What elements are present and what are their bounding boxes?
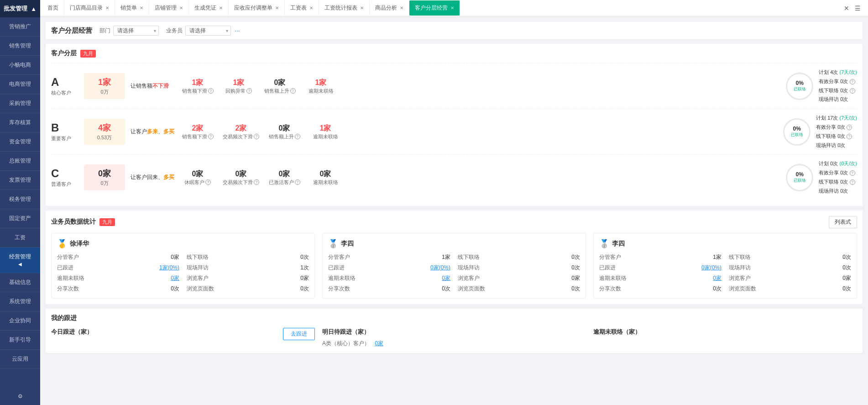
tab-mendianspm[interactable]: 门店商品目录 ✕ — [64, 0, 115, 16]
sales-select[interactable]: 请选择 — [185, 26, 231, 36]
info-icon[interactable]: ? — [208, 88, 214, 94]
info-icon[interactable]: ? — [290, 88, 296, 94]
tier-metrics-b: 2家 销售额下滑 ? 2家 交易频次下滑 ? 0家 销售额上升 ? 1家 逾期未… — [182, 124, 778, 140]
sidebar-item-jingying[interactable]: 经营管理 ◀ — [0, 247, 40, 273]
info-icon[interactable]: ? — [847, 125, 852, 130]
sidebar-item-xiaodian[interactable]: 小畅电商 — [0, 56, 40, 75]
sidebar-item-xiaoshou[interactable]: 销售管理 — [0, 37, 40, 56]
tab-close-icon[interactable]: ✕ — [105, 5, 109, 11]
tab-gongzitongji[interactable]: 工资统计报表 ✕ — [319, 0, 370, 16]
tier-a-count[interactable]: 0家 — [375, 340, 383, 347]
dept-select[interactable]: 请选择 — [113, 26, 159, 36]
sales-name-row-2: 🥈 李四 — [328, 239, 580, 249]
info-icon[interactable]: ? — [254, 179, 259, 185]
sidebar-item-gudingzichan[interactable]: 固定资产 — [0, 209, 40, 228]
followup-section: 我的跟进 今日跟进（家） 去跟进 明日待跟进（家） A类（核心）客户） — [46, 309, 863, 353]
stat-share-2: 分享次数 0次 — [328, 285, 450, 293]
info-icon[interactable]: ? — [208, 134, 214, 139]
info-icon[interactable]: ? — [850, 170, 855, 176]
followup-today-title: 今日跟进（家） — [51, 328, 93, 336]
metric-a-1: 1家 销售额下滑 ? — [182, 78, 214, 95]
sales-stats-3: 分管客户 1家 线下联络 0次 已跟进 0家(0%) 现场拜访 — [599, 253, 851, 293]
sales-section-header: 业务员数据统计 九月 列表式 — [51, 216, 857, 228]
info-icon[interactable]: ? — [246, 88, 252, 94]
info-icon[interactable]: ? — [850, 79, 855, 84]
stat-share-3: 分享次数 0次 — [599, 285, 722, 293]
tab-close-icon[interactable]: ✕ — [179, 5, 183, 11]
tier-metrics-c: 0家 休眠客户 ? 0家 交易频次下滑 ? 0家 已激活客户 ? 0家 逾期未联… — [182, 169, 780, 186]
tab-bar: 首页 门店商品目录 ✕ 销货单 ✕ 店铺管理 ✕ 生成凭证 ✕ 应收应付调整单 … — [40, 0, 868, 16]
sidebar-item-fapiao[interactable]: 发票管理 — [0, 171, 40, 190]
tab-close-all-icon[interactable]: ✕ — [842, 5, 851, 12]
tab-xiaohuo[interactable]: 销货单 ✕ — [115, 0, 149, 16]
stat-linedown-1: 线下联络 0次 — [187, 253, 309, 261]
metric-b-3: 0家 销售额上升 ? — [268, 124, 300, 140]
tab-yingshou[interactable]: 应收应付调整单 ✕ — [229, 0, 285, 16]
sidebar-item-shuiwu[interactable]: 税务管理 — [0, 190, 40, 209]
sidebar-item-zhangzhang[interactable]: 总账管理 — [0, 152, 40, 171]
tier-row-a: A 核心客户 1家 0万 让销售额不下滑 1家 销售额下滑 ? 1家 — [51, 63, 857, 109]
tab-kehu[interactable]: 客户分层经营 ✕ — [409, 0, 460, 16]
more-button[interactable]: ··· — [235, 27, 240, 34]
tier-card-a: 1家 0万 — [84, 73, 125, 99]
sidebar-item-xitong[interactable]: 系统管理 — [0, 292, 40, 311]
sidebar-item-yun[interactable]: 云应用 — [0, 350, 40, 369]
sidebar-gear-icon[interactable]: ⚙ — [0, 388, 40, 405]
tab-dianpu[interactable]: 店铺管理 ✕ — [149, 0, 189, 16]
goto-followup-button[interactable]: 去跟进 — [283, 328, 315, 340]
metric-b-4: 1家 逾期未联络 — [309, 124, 341, 140]
tab-close-icon[interactable]: ✕ — [140, 5, 143, 11]
info-icon[interactable]: ? — [847, 134, 852, 139]
contact-right-a: 计划 4次 (7天/次) 有效分享 0次 ? 线下联络 0次 ? 现场拜访 0次 — [819, 68, 857, 104]
info-icon[interactable]: ? — [295, 179, 300, 185]
tab-home[interactable]: 首页 — [42, 0, 64, 16]
sales-grid: 🥇 徐泽华 分管客户 0家 线下联络 0次 已跟进 — [51, 233, 857, 299]
sidebar-item-gongzi[interactable]: 工资 — [0, 228, 40, 247]
sidebar-item-jichu[interactable]: 基础信息 — [0, 273, 40, 292]
tab-close-icon[interactable]: ✕ — [309, 5, 313, 11]
info-icon[interactable]: ? — [254, 134, 259, 139]
sidebar-header[interactable]: 批发管理 ▲ — [0, 0, 40, 17]
tab-more-icon[interactable]: ☰ — [853, 5, 863, 12]
tab-close-icon[interactable]: ✕ — [275, 5, 279, 11]
tier-card-b: 4家 0.53万 — [84, 119, 125, 145]
info-icon[interactable]: ? — [850, 88, 855, 94]
contact-right-c: 计划 0次 (0天/次) 有效分享 0次 ? 线下联络 0次 ? 现场拜访 0次 — [819, 159, 857, 195]
tier-tip-a: 让销售额不下滑 — [131, 82, 176, 90]
stat-browse-3: 浏览客户 0家 — [729, 274, 851, 282]
tab-gongziabiao[interactable]: 工资表 ✕ — [285, 0, 319, 16]
sidebar-item-caigou[interactable]: 采购管理 — [0, 94, 40, 113]
stat-fenguan-3: 分管客户 1家 — [599, 253, 722, 261]
sales-section-title: 业务员数据统计 — [51, 218, 96, 226]
sidebar-item-zijin[interactable]: 资金管理 — [0, 132, 40, 152]
stat-visit-2: 现场拜访 0次 — [458, 264, 580, 272]
tab-close-icon[interactable]: ✕ — [219, 5, 223, 11]
sidebar-item-qiye[interactable]: 企业协同 — [0, 311, 40, 331]
sidebar-item-xinshou[interactable]: 新手引导 — [0, 331, 40, 350]
sidebar-item-dianshang[interactable]: 电商管理 — [0, 75, 40, 94]
page-title: 客户分层经营 — [51, 26, 92, 35]
sales-stats-1: 分管客户 0家 线下联络 0次 已跟进 1家(0%) 现场拜访 — [57, 253, 309, 293]
sales-name-2: 李四 — [341, 240, 354, 248]
sidebar-collapse-icon[interactable]: ▲ — [31, 5, 37, 12]
stat-followup-1: 已跟进 1家(0%) — [57, 264, 179, 272]
stat-overdue-1: 逾期未联络 0家 — [57, 274, 179, 282]
medal-bronze-icon: 🥈 — [599, 239, 609, 249]
sales-name-row-1: 🥇 徐泽华 — [57, 239, 309, 249]
list-view-button[interactable]: 列表式 — [829, 216, 857, 228]
info-icon[interactable]: ? — [295, 134, 300, 139]
tab-close-icon[interactable]: ✕ — [400, 5, 403, 11]
tab-shengcheng[interactable]: 生成凭证 ✕ — [189, 0, 229, 16]
sales-stats-2: 分管客户 1家 线下联络 0次 已跟进 0家(0%) 现场拜访 — [328, 253, 580, 293]
tab-close-icon[interactable]: ✕ — [450, 5, 454, 11]
tab-shangpinfenxi[interactable]: 商品分析 ✕ — [370, 0, 409, 16]
sidebar: 批发管理 ▲ 营销推广 销售管理 小畅电商 电商管理 采购管理 库存核算 资金管… — [0, 0, 40, 405]
customer-month-badge: 九月 — [80, 50, 96, 58]
info-icon[interactable]: ? — [850, 179, 855, 185]
sidebar-item-yingxiao[interactable]: 营销推广 — [0, 17, 40, 37]
sales-name-1: 徐泽华 — [70, 240, 89, 248]
info-icon[interactable]: ? — [205, 179, 211, 185]
sidebar-item-kucun[interactable]: 库存核算 — [0, 113, 40, 132]
tab-close-icon[interactable]: ✕ — [360, 5, 364, 11]
stat-share-1: 分享次数 0次 — [57, 285, 179, 293]
